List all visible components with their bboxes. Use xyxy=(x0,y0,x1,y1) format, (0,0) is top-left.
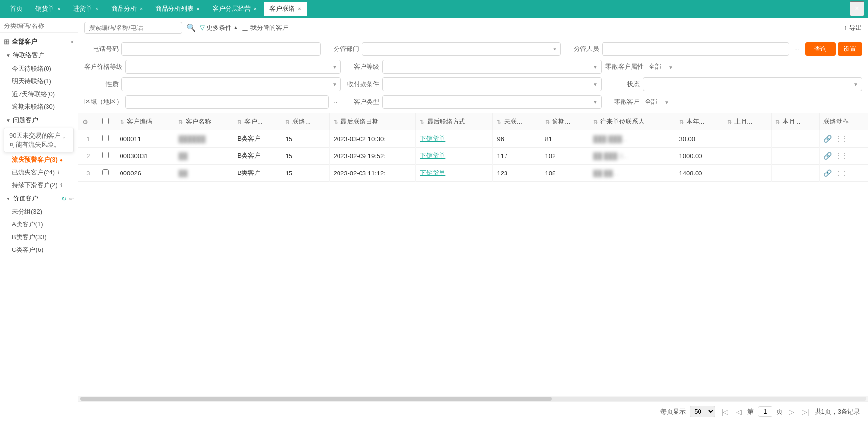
filter-price-level-select[interactable] xyxy=(125,60,341,74)
col-this-month[interactable]: ⇅ 本月... xyxy=(771,113,819,130)
row-checkbox-cell[interactable] xyxy=(98,148,116,165)
sidebar-root-all-customers[interactable]: ⊞ 全部客户 « xyxy=(0,35,78,49)
col-contact[interactable]: ⇅ 联络... xyxy=(281,113,329,130)
my-customers-checkbox[interactable] xyxy=(242,25,248,31)
window-close-button[interactable]: × xyxy=(850,1,864,16)
filter-dept-select[interactable] xyxy=(362,42,561,56)
tab-customer-link[interactable]: 客户联络 × xyxy=(264,2,307,16)
action-link-icon[interactable]: 🔗 xyxy=(823,135,832,143)
row-checkbox[interactable] xyxy=(102,169,109,175)
scrollbar-thumb[interactable] xyxy=(80,397,552,401)
filter-manager-input[interactable] xyxy=(602,42,789,56)
action-link-icon[interactable]: 🔗 xyxy=(823,169,832,177)
filter-customer-level-select[interactable] xyxy=(382,60,602,74)
row-last-method[interactable]: 下销货单 xyxy=(416,165,493,182)
tab-sales[interactable]: 销货单 × xyxy=(29,2,66,16)
horizontal-scrollbar[interactable] xyxy=(78,396,868,401)
filter-payment-select[interactable] xyxy=(382,77,602,91)
scrollbar-track[interactable] xyxy=(80,397,866,401)
page-size-label: 每页显示 xyxy=(660,407,686,416)
edit-icon[interactable]: ✏ xyxy=(69,195,74,202)
tab-customer-seg[interactable]: 客户分层经营 × xyxy=(207,2,263,16)
page-size-select[interactable]: 50 100 200 xyxy=(690,406,715,417)
select-all-checkbox[interactable] xyxy=(102,118,109,124)
col-type[interactable]: ⇅ 客户... xyxy=(233,113,281,130)
sidebar-group-value[interactable]: ▼ 价值客户 ↻ ✏ xyxy=(0,192,78,205)
col-no-contact[interactable]: ⇅ 未联... xyxy=(493,113,541,130)
col-this-year[interactable]: ⇅ 本年... xyxy=(675,113,723,130)
row-checkbox-cell[interactable] xyxy=(98,130,116,148)
filter-status-select[interactable] xyxy=(643,77,862,91)
current-page-input[interactable] xyxy=(758,406,772,417)
row-no-contact: 96 xyxy=(493,130,541,148)
row-last-method[interactable]: 下销货单 xyxy=(416,148,493,165)
filter-region-input[interactable] xyxy=(125,95,329,109)
sidebar-item-declining[interactable]: 持续下滑客户(2) ℹ xyxy=(0,179,78,192)
last-method-link[interactable]: 下销货单 xyxy=(420,135,445,142)
col-last-month[interactable]: ⇅ 上月... xyxy=(723,113,771,130)
manager-dots-icon[interactable]: ··· xyxy=(792,46,801,53)
sidebar-item-churned[interactable]: 已流失客户(24) ℹ xyxy=(0,166,78,179)
tab-purchase[interactable]: 进货单 × xyxy=(67,2,104,16)
next-page-button[interactable]: ▷ xyxy=(787,407,796,417)
action-more-icon[interactable]: ⋮⋮ xyxy=(835,169,848,177)
tab-purchase-close[interactable]: × xyxy=(95,6,98,12)
tab-home[interactable]: 首页 xyxy=(4,2,28,16)
prev-page-button[interactable]: ◁ xyxy=(734,407,744,417)
sidebar-item-overdue[interactable]: 逾期未联络(30) xyxy=(0,100,78,113)
query-button[interactable]: 查询 xyxy=(805,42,836,56)
tab-analysis-close[interactable]: × xyxy=(140,6,143,12)
row-checkbox[interactable] xyxy=(102,135,109,141)
tab-customer-seg-close[interactable]: × xyxy=(254,6,257,12)
action-link-icon[interactable]: 🔗 xyxy=(823,152,832,160)
sidebar-item-today[interactable]: 今天待联络(0) xyxy=(0,62,78,75)
sidebar-item-tomorrow[interactable]: 明天待联络(1) xyxy=(0,75,78,88)
col-code[interactable]: ⇅ 客户编码 xyxy=(116,113,174,130)
sidebar-item-class-c[interactable]: C类客户(6) xyxy=(0,244,78,256)
retail-arrow: ▼ xyxy=(664,100,669,105)
last-method-link[interactable]: 下销货单 xyxy=(420,152,445,159)
sidebar-group-problem[interactable]: ▼ 问题客户 xyxy=(0,113,78,127)
col-checkbox[interactable] xyxy=(98,113,116,130)
settings-button[interactable]: 设置 xyxy=(838,42,862,56)
col-settings[interactable]: ⚙ xyxy=(78,113,98,130)
tab-analysis[interactable]: 商品分析 × xyxy=(105,2,148,16)
filter-search-input[interactable] xyxy=(84,22,182,34)
col-overdue[interactable]: ⇅ 逾期... xyxy=(541,113,589,130)
row-unit-contact: ███ ███... xyxy=(589,130,675,148)
action-more-icon[interactable]: ⋮⋮ xyxy=(835,152,848,160)
last-page-button[interactable]: ▷| xyxy=(800,407,811,417)
row-checkbox[interactable] xyxy=(102,152,109,158)
filter-search-button[interactable]: 🔍 xyxy=(186,23,196,32)
sidebar-item-class-a[interactable]: A类客户(1) xyxy=(0,218,78,231)
sidebar-item-churn-warning[interactable]: 流失预警客户(3) ● xyxy=(0,153,78,166)
region-dots-icon[interactable]: ··· xyxy=(332,99,341,106)
col-last-date[interactable]: ⇅ 最后联络日期 xyxy=(329,113,416,130)
filter-more-button[interactable]: ▽ 更多条件 ▲ xyxy=(200,24,238,32)
tab-analysis-list[interactable]: 商品分析列表 × xyxy=(149,2,205,16)
row-checkbox-cell[interactable] xyxy=(98,165,116,182)
filter-phone-input[interactable] xyxy=(121,42,321,56)
filter-customer-type-select[interactable] xyxy=(382,95,602,109)
export-button[interactable]: ↑ 导出 xyxy=(844,24,863,32)
sidebar-item-7days[interactable]: 近7天待联络(0) xyxy=(0,88,78,100)
col-name[interactable]: ⇅ 客户名称 xyxy=(174,113,233,130)
sidebar-item-ungrouped[interactable]: 未分组(32) xyxy=(0,205,78,218)
sidebar-search-input[interactable] xyxy=(4,22,78,29)
sidebar-item-class-b[interactable]: B类客户(33) xyxy=(0,231,78,244)
refresh-icon[interactable]: ↻ xyxy=(61,195,67,202)
filter-nature-select[interactable] xyxy=(121,77,341,91)
col-last-method[interactable]: ⇅ 最后联络方式 xyxy=(416,113,493,130)
tab-analysis-list-close[interactable]: × xyxy=(196,6,199,12)
sidebar-group-pending[interactable]: ▼ 待联络客户 xyxy=(0,49,78,62)
tab-customer-link-close[interactable]: × xyxy=(298,6,301,12)
tab-sales-close[interactable]: × xyxy=(57,6,60,12)
my-customers-checkbox-wrap[interactable]: 我分管的客户 xyxy=(242,24,289,32)
sidebar-collapse-icon[interactable]: « xyxy=(71,38,74,45)
row-last-month xyxy=(723,165,771,182)
col-unit-contact[interactable]: ⇅ 往来单位联系人 xyxy=(589,113,675,130)
action-more-icon[interactable]: ⋮⋮ xyxy=(835,135,848,143)
row-last-method[interactable]: 下销货单 xyxy=(416,130,493,148)
first-page-button[interactable]: |◁ xyxy=(719,407,730,417)
last-method-link[interactable]: 下销货单 xyxy=(420,169,445,176)
